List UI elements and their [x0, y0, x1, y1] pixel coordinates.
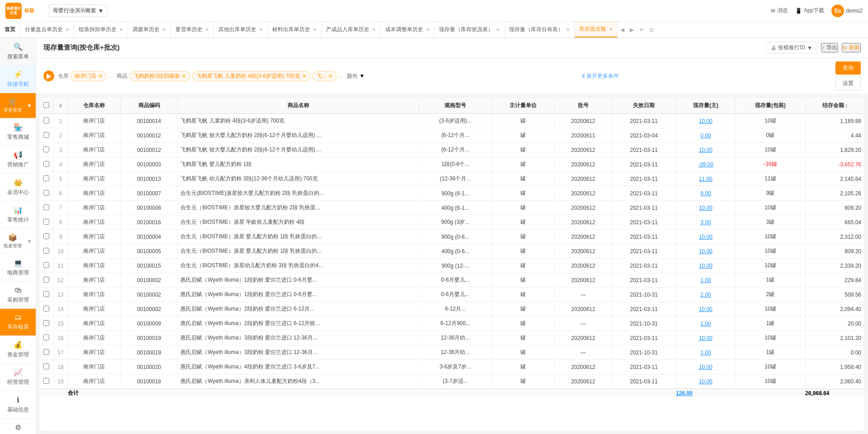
close-icon[interactable]: ✕	[205, 27, 209, 32]
remove-warehouse-tag-icon[interactable]: ✕	[98, 73, 103, 79]
close-icon[interactable]: ✕	[162, 27, 166, 32]
remove-product-tag-2-icon[interactable]: ✕	[302, 73, 307, 79]
export-button[interactable]: ↑ 导出	[821, 43, 838, 52]
product-filter-tag-2[interactable]: 飞鹤星飞帆 儿童奶粉 4段(3-6岁适用) 700克 ✕	[192, 71, 311, 81]
row-checkbox[interactable]	[43, 291, 49, 297]
row-checkbox[interactable]	[43, 306, 49, 311]
row-no: 18	[53, 360, 68, 374]
expand-filter-button[interactable]: ⊻ 展开更多条件	[581, 72, 619, 80]
table-row: 5 南岸门店 00100013 飞鹤星飞帆 幼儿配方奶粉 3段(12-36个月幼…	[40, 172, 864, 186]
tab-diaob[interactable]: 调拨单历史 ✕	[128, 22, 171, 38]
row-qty-pkg: 10罐	[736, 259, 805, 273]
row-checkbox[interactable]	[43, 277, 49, 283]
close-icon[interactable]: ✕	[259, 27, 263, 32]
product-filter-tag-3[interactable]: 飞... ✕	[312, 71, 337, 81]
close-icon[interactable]: ✕	[426, 27, 429, 32]
settings-button[interactable]: 设置	[835, 76, 861, 90]
row-checkbox[interactable]	[43, 248, 49, 254]
sidebar-item-inventory[interactable]: 🗂 库存核算	[0, 309, 36, 336]
more-product-icon[interactable]: ...	[339, 73, 343, 79]
app-download-button[interactable]: 📱 App下载	[795, 7, 824, 14]
tab-cailiaochu[interactable]: 材料出库单历史 ✕	[268, 22, 321, 38]
close-icon[interactable]: ✕	[119, 27, 123, 32]
close-icon[interactable]: ✕	[566, 27, 570, 32]
row-checkbox[interactable]	[43, 378, 49, 384]
tab-home[interactable]: 首页	[0, 22, 20, 38]
sidebar-item-member[interactable]: 👑 会员中心	[0, 174, 36, 201]
product-filter-tag-1[interactable]: 飞鹤奶粉3段四罐装 ✕	[129, 71, 190, 81]
row-warehouse: 南岸门店	[68, 259, 120, 273]
tab-expand-icon[interactable]: ⊟	[646, 22, 656, 38]
sidebar-item-nav[interactable]: ⚡ 快捷导航	[0, 66, 36, 93]
sidebar-item-system[interactable]: ⚙ 系统管理	[0, 419, 36, 434]
sidebar-item-purchase[interactable]: 🛍 采购管理	[0, 282, 36, 309]
tab-close-all[interactable]: ✕	[637, 22, 646, 38]
color-dropdown-arrow[interactable]: ▼	[359, 73, 365, 79]
row-checkbox-cell	[40, 331, 53, 345]
warehouse-filter-tag[interactable]: 南岸门店 ✕	[71, 71, 107, 81]
warehouse-selector[interactable]: 母婴行业演示账套 ▼	[49, 5, 108, 17]
close-icon[interactable]: ✕	[496, 27, 500, 32]
sidebar-item-retail-mgmt[interactable]: 🛒 零售管理 ▼	[0, 93, 36, 118]
row-checkbox[interactable]	[43, 219, 49, 225]
row-checkbox[interactable]	[43, 161, 49, 167]
sidebar-item-operations[interactable]: 📈 经营管理	[0, 363, 36, 391]
user-avatar[interactable]: Ea demo2	[831, 5, 863, 17]
row-no: 17	[53, 345, 68, 360]
remove-product-tag-1-icon[interactable]: ✕	[182, 73, 186, 79]
row-checkbox[interactable]	[43, 335, 49, 340]
tab-prev-arrow[interactable]: ◀	[618, 22, 627, 38]
sidebar-item-finance[interactable]: 💰 资金管理	[0, 336, 36, 363]
row-qty-pkg: 10罐	[736, 374, 805, 389]
refresh-button[interactable]: ↻ 刷新	[842, 43, 861, 52]
query-button[interactable]: 查询	[835, 61, 861, 75]
remove-product-tag-3-icon[interactable]: ✕	[328, 73, 333, 79]
row-no: 7	[53, 201, 68, 215]
tab-chanchengru[interactable]: 产成品入库单历史 ✕	[321, 22, 381, 38]
tab-xiancun2[interactable]: 现存量（库存分布表） ✕	[505, 22, 575, 38]
tab-qitachu[interactable]: 其他出库单历史 ✕	[214, 22, 268, 38]
row-checkbox-cell	[40, 215, 53, 230]
row-checkbox[interactable]	[43, 132, 49, 138]
row-checkbox[interactable]	[43, 349, 49, 355]
row-checkbox[interactable]	[43, 146, 49, 152]
tab-next-arrow[interactable]: ▶	[627, 22, 637, 38]
sidebar-item-marketing[interactable]: 📢 营销推广	[0, 146, 36, 174]
row-checkbox[interactable]	[43, 204, 49, 210]
row-spec: 400g (6-1...	[419, 201, 492, 215]
more-warehouse-icon[interactable]: ...	[108, 73, 113, 79]
close-icon[interactable]: ✕	[609, 27, 613, 32]
filter-toggle-button[interactable]: ▶	[43, 71, 54, 81]
chevron-icon: ▼	[27, 103, 32, 109]
row-checkbox[interactable]	[43, 175, 49, 181]
close-icon[interactable]: ✕	[313, 27, 316, 32]
template-print-button[interactable]: 🖨 按模板打印 ▼	[766, 42, 817, 54]
close-icon[interactable]: ✕	[66, 27, 69, 32]
amount-info-icon[interactable]: ℹ	[845, 103, 847, 108]
row-checkbox[interactable]	[43, 190, 49, 196]
sidebar-item-ecommerce[interactable]: 💻 电商管理	[0, 254, 36, 282]
row-checkbox[interactable]	[43, 320, 49, 326]
row-spec: (6-12个月...	[419, 128, 492, 143]
tab-zuhe[interactable]: 组装拆卸单历史 ✕	[74, 22, 128, 38]
row-checkbox[interactable]	[43, 262, 49, 268]
row-checkbox[interactable]	[43, 363, 49, 369]
tab-chengben[interactable]: 成本调整单历史 ✕	[381, 22, 434, 38]
sidebar-item-basic-info[interactable]: ℹ 基础信息	[0, 391, 36, 419]
sidebar-item-retail-stats[interactable]: 📊 零售统计	[0, 201, 36, 229]
tab-kupici[interactable]: 库存批次账 ✕	[575, 22, 618, 38]
sidebar-item-search[interactable]: 🔍 搜索英单	[0, 38, 36, 66]
row-checkbox[interactable]	[43, 233, 49, 239]
row-no: 13	[53, 288, 68, 302]
close-icon[interactable]: ✕	[372, 27, 376, 32]
tab-yaohuo[interactable]: 要货单历史 ✕	[171, 22, 214, 38]
row-checkbox[interactable]	[43, 118, 49, 123]
row-batch: 20200612	[555, 374, 612, 389]
message-button[interactable]: ✉ 消息	[771, 7, 788, 14]
tab-fenpan[interactable]: 分量盘点单历史 ✕	[20, 22, 74, 38]
table-row: 10 南岸门店 00100005 合生元（BIOSTIME）派星 婴儿配方奶粉 …	[40, 244, 864, 259]
sidebar-item-mall[interactable]: 🏪 零售商城	[0, 118, 36, 146]
sidebar-item-wholesale[interactable]: 📦 批发管理 ▼	[0, 229, 36, 254]
select-all-checkbox[interactable]	[43, 102, 49, 108]
tab-xiancun1[interactable]: 现存量（库存状况表） ✕	[434, 22, 505, 38]
